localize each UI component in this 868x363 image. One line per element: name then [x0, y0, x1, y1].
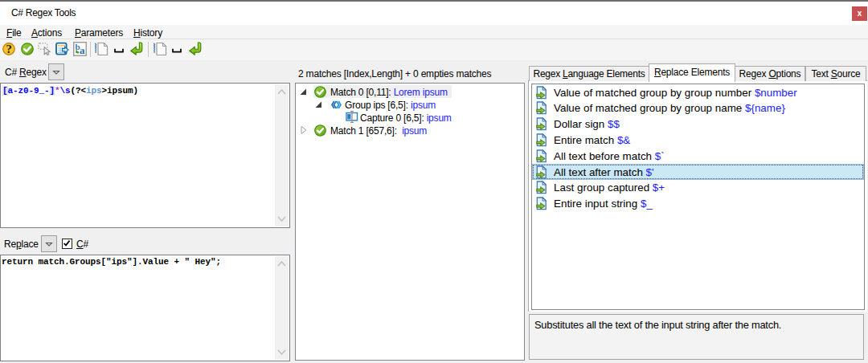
svg-text:?: ?: [6, 43, 11, 55]
svg-text:a: a: [80, 44, 85, 56]
